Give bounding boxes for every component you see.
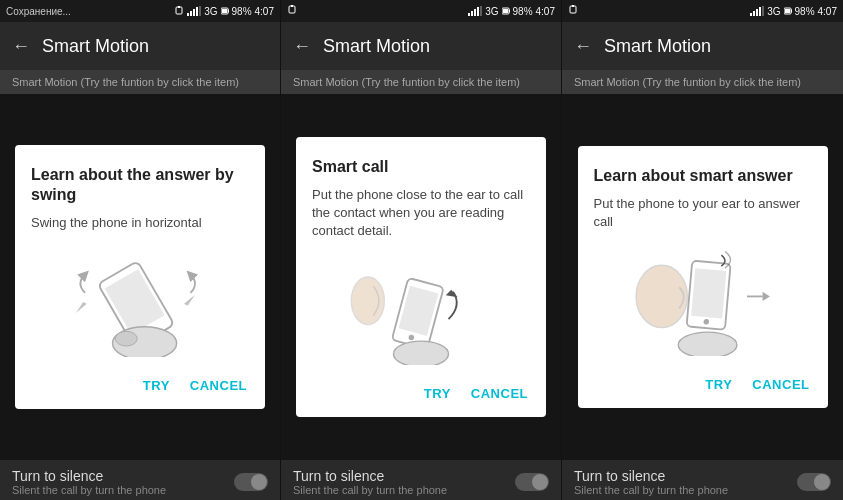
status-bar-2: 3G 98% 4:07 — [281, 0, 561, 22]
notification-icon — [174, 6, 184, 16]
status-saving: Сохранение... — [6, 6, 71, 17]
dialog-text-2: Put the phone close to the ear to call t… — [312, 186, 530, 241]
bottom-label-3: Turn to silence — [574, 468, 728, 484]
try-button-1[interactable]: TRY — [141, 374, 172, 397]
bottom-bar-3: Turn to silence Silent the call by turn … — [562, 460, 843, 500]
dialog-overlay-2: Smart call Put the phone close to the ea… — [281, 94, 561, 460]
bottom-bar-2: Turn to silence Silent the call by turn … — [281, 460, 561, 500]
battery-pct-3: 98% — [795, 6, 815, 17]
svg-rect-6 — [199, 6, 201, 16]
status-bar-1: Сохранение... 3G 98% 4:07 — [0, 0, 280, 22]
svg-rect-22 — [477, 7, 479, 16]
svg-rect-0 — [176, 7, 182, 14]
time-1: 4:07 — [255, 6, 274, 17]
dialog-image-3 — [594, 241, 812, 361]
svg-rect-19 — [468, 13, 470, 16]
dialog-1: Learn about the answer by swing Swing th… — [15, 145, 265, 410]
call-illustration — [312, 255, 530, 365]
cancel-button-1[interactable]: CANCEL — [188, 374, 249, 397]
battery-icon-2 — [502, 7, 510, 15]
svg-rect-36 — [753, 11, 755, 16]
battery-icon-3 — [784, 7, 792, 15]
notification-icon-2 — [287, 5, 297, 15]
dialog-actions-2: TRY CANCEL — [312, 378, 530, 405]
bottom-bar-1: Turn to silence Silent the call by turn … — [0, 460, 280, 500]
battery-icon — [221, 7, 229, 15]
sub-header-1: Smart Motion (Try the funtion by click t… — [0, 70, 280, 94]
svg-rect-38 — [759, 7, 761, 16]
svg-rect-17 — [289, 6, 295, 13]
dialog-2: Smart call Put the phone close to the ea… — [296, 137, 546, 417]
toggle-knob-1 — [251, 474, 267, 490]
signal-icon-3 — [750, 6, 764, 16]
bottom-desc-2: Silent the call by turn the phone — [293, 484, 447, 496]
sub-header-2: Smart Motion (Try the funtion by click t… — [281, 70, 561, 94]
bottom-label-2: Turn to silence — [293, 468, 447, 484]
network-type-3: 3G — [767, 6, 780, 17]
svg-rect-34 — [572, 5, 574, 7]
toggle-knob-3 — [814, 474, 830, 490]
back-button-1[interactable]: ← — [12, 36, 30, 57]
dialog-actions-1: TRY CANCEL — [31, 370, 249, 397]
app-bar-3: ← Smart Motion — [562, 22, 843, 70]
svg-rect-20 — [471, 11, 473, 16]
svg-rect-23 — [480, 6, 482, 16]
app-title-1: Smart Motion — [42, 36, 149, 57]
svg-rect-25 — [509, 10, 510, 13]
svg-rect-26 — [503, 9, 508, 13]
svg-point-47 — [678, 332, 737, 356]
back-button-2[interactable]: ← — [293, 36, 311, 57]
battery-pct: 98% — [232, 6, 252, 17]
svg-rect-4 — [193, 9, 195, 16]
back-button-3[interactable]: ← — [574, 36, 592, 57]
try-button-2[interactable]: TRY — [422, 382, 453, 405]
dialog-title-1: Learn about the answer by swing — [31, 165, 249, 207]
svg-rect-21 — [474, 9, 476, 16]
svg-marker-48 — [762, 292, 769, 301]
svg-rect-2 — [187, 13, 189, 16]
dialog-image-1 — [31, 242, 249, 362]
toggle-1[interactable] — [234, 473, 268, 491]
svg-rect-42 — [785, 9, 790, 13]
svg-rect-39 — [762, 6, 764, 16]
svg-rect-3 — [190, 11, 192, 16]
network-type: 3G — [204, 6, 217, 17]
app-title-3: Smart Motion — [604, 36, 711, 57]
try-button-3[interactable]: TRY — [703, 373, 734, 396]
svg-point-14 — [115, 332, 137, 347]
status-right-1: 3G 98% 4:07 — [174, 6, 274, 17]
svg-rect-33 — [570, 6, 576, 13]
toggle-3[interactable] — [797, 473, 831, 491]
app-bar-2: ← Smart Motion — [281, 22, 561, 70]
dialog-3: Learn about smart answer Put the phone t… — [578, 146, 828, 408]
dialog-title-3: Learn about smart answer — [594, 166, 812, 187]
status-right-2: 3G 98% 4:07 — [468, 6, 555, 17]
signal-icon-2 — [468, 6, 482, 16]
svg-rect-8 — [228, 10, 229, 13]
time-3: 4:07 — [818, 6, 837, 17]
dialog-overlay-3: Learn about smart answer Put the phone t… — [562, 94, 843, 460]
bottom-label-1: Turn to silence — [12, 468, 166, 484]
dialog-title-2: Smart call — [312, 157, 530, 178]
svg-marker-15 — [76, 302, 87, 313]
toggle-knob-2 — [532, 474, 548, 490]
cancel-button-3[interactable]: CANCEL — [750, 373, 811, 396]
dialog-overlay-1: Learn about the answer by swing Swing th… — [0, 94, 280, 460]
dialog-actions-3: TRY CANCEL — [594, 369, 812, 396]
status-right-3: 3G 98% 4:07 — [750, 6, 837, 17]
svg-rect-45 — [691, 268, 726, 318]
cancel-button-2[interactable]: CANCEL — [469, 382, 530, 405]
svg-rect-37 — [756, 9, 758, 16]
phone-panel-2: 3G 98% 4:07 ← Smart Motion Smart Motion … — [281, 0, 562, 500]
battery-pct-2: 98% — [513, 6, 533, 17]
status-left-3 — [568, 5, 578, 17]
app-title-2: Smart Motion — [323, 36, 430, 57]
svg-rect-18 — [291, 5, 293, 7]
answer-illustration — [594, 246, 812, 356]
svg-point-43 — [636, 265, 687, 327]
svg-rect-41 — [791, 10, 792, 13]
svg-rect-5 — [196, 7, 198, 16]
toggle-2[interactable] — [515, 473, 549, 491]
phone-panel-3: 3G 98% 4:07 ← Smart Motion Smart Motion … — [562, 0, 843, 500]
time-2: 4:07 — [536, 6, 555, 17]
